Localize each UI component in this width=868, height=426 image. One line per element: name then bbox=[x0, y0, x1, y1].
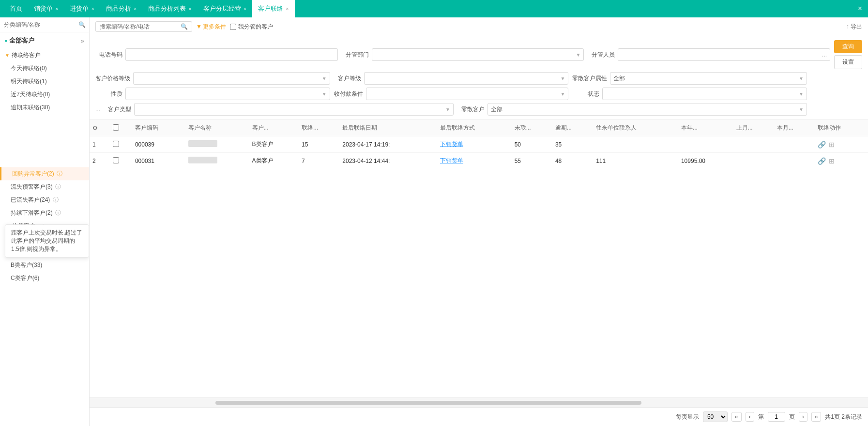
row2-last-method: 下销货单 bbox=[437, 153, 512, 169]
more-filters-dots[interactable]: ... bbox=[95, 106, 100, 113]
first-page-button[interactable]: « bbox=[731, 412, 742, 422]
settings-icon[interactable]: ⚙ bbox=[92, 125, 98, 132]
sidebar-item-today-pending[interactable]: 今天待联络(0) bbox=[0, 62, 89, 75]
customer-grade-arrow: ▼ bbox=[560, 76, 565, 81]
price-grade-arrow: ▼ bbox=[322, 76, 327, 81]
row1-link-icon[interactable]: 🔗 bbox=[818, 141, 826, 148]
tooltip-abnormal: 距客户上次交易时长,超过了此客户的平均交易周期的1.5倍,则视为异常。 bbox=[5, 224, 89, 258]
customer-grade-select[interactable]: ▼ bbox=[364, 72, 569, 85]
sidebar-item-lost-predicted[interactable]: 流失预警客户(3) ⓘ bbox=[0, 180, 89, 193]
retail-customer-select[interactable]: 全部 ▼ bbox=[487, 103, 807, 116]
sidebar-item-already-lost[interactable]: 已流失客户(24) ⓘ bbox=[0, 193, 89, 206]
table-row: 1 000039 B类客户 15 2023-04-17 14:19: 下销货单 … bbox=[90, 136, 868, 153]
page-number-input[interactable] bbox=[768, 412, 785, 422]
customer-type-select[interactable]: ▼ bbox=[134, 103, 454, 116]
retail-customer-arrow: ▼ bbox=[799, 107, 804, 112]
retail-attr-select[interactable]: 全部 ▼ bbox=[610, 72, 807, 85]
close-product-analysis-list-icon[interactable]: × bbox=[188, 6, 191, 12]
row1-last-month bbox=[733, 136, 774, 153]
close-sales-order-icon[interactable]: × bbox=[55, 6, 58, 12]
price-grade-select[interactable]: ▼ bbox=[133, 72, 330, 85]
sidebar-item-c-class[interactable]: C类客户(6) bbox=[0, 272, 89, 285]
col-last-contact-method: 最后联络方式 bbox=[437, 120, 512, 136]
row1-select-checkbox[interactable] bbox=[113, 141, 119, 147]
person-select-dots[interactable]: ... bbox=[822, 51, 827, 58]
settings-button[interactable]: 设置 bbox=[834, 55, 862, 69]
row1-checkbox bbox=[110, 136, 132, 153]
nav-customer-contact[interactable]: 客户联络 × bbox=[252, 0, 294, 17]
sidebar-item-tomorrow-pending[interactable]: 明天待联络(1) bbox=[0, 75, 89, 88]
sidebar-item-overdue[interactable]: 逾期未联络(30) bbox=[0, 101, 89, 114]
dept-select[interactable]: ▼ bbox=[372, 48, 584, 61]
row2-assoc-contact: 111 bbox=[593, 153, 678, 169]
row2-this-year: 10995.00 bbox=[678, 153, 733, 169]
sidebar-group-pending[interactable]: ▼ 待联络客户 bbox=[0, 49, 89, 62]
sidebar-item-7day-pending[interactable]: 近7天待联络(0) bbox=[0, 88, 89, 101]
more-conditions-button[interactable]: ▼ 更多条件 bbox=[196, 23, 226, 31]
sidebar-all-customers[interactable]: ▪ 全部客户 » bbox=[0, 32, 89, 49]
select-all-checkbox[interactable] bbox=[113, 124, 119, 131]
nav-customer-tier[interactable]: 客户分层经营 × bbox=[198, 0, 252, 17]
nav-product-analysis-list[interactable]: 商品分析列表 × bbox=[142, 0, 197, 17]
sidebar-item-abnormal-repurchase[interactable]: 回购异常客户(2) ⓘ bbox=[0, 167, 89, 180]
search-input-wrap: 🔍 bbox=[95, 21, 192, 32]
pagination-bar: 每页显示 20 50 100 « ‹ 第 页 › » 共1页 2条记录 bbox=[90, 407, 868, 426]
sidebar-search-icon[interactable]: 🔍 bbox=[78, 21, 86, 28]
col-settings[interactable]: ⚙ bbox=[90, 120, 110, 136]
col-checkbox bbox=[110, 120, 132, 136]
row2-name bbox=[185, 153, 249, 169]
status-select[interactable]: ▼ bbox=[602, 88, 807, 100]
close-product-analysis-icon[interactable]: × bbox=[134, 6, 137, 12]
my-customer-checkbox-area[interactable]: 我分管的客户 bbox=[230, 23, 273, 31]
nav-purchase-order[interactable]: 进货单 × bbox=[64, 0, 100, 17]
nav-sales-order[interactable]: 销货单 × bbox=[28, 0, 64, 17]
retail-customer-label: 零散客户 bbox=[457, 105, 485, 114]
close-customer-tier-icon[interactable]: × bbox=[244, 6, 246, 12]
nav-product-analysis[interactable]: 商品分析 × bbox=[100, 0, 142, 17]
nav-home[interactable]: 首页 bbox=[4, 0, 28, 17]
main-search-input[interactable] bbox=[100, 23, 181, 30]
row1-contact: 15 bbox=[299, 136, 339, 153]
sidebar-collapse-icon[interactable]: » bbox=[81, 37, 84, 44]
row2-select-checkbox[interactable] bbox=[113, 157, 119, 163]
next-page-button[interactable]: › bbox=[799, 412, 807, 422]
close-customer-contact-icon[interactable]: × bbox=[286, 6, 289, 12]
row2-index: 2 bbox=[90, 153, 110, 169]
scroll-thumb bbox=[215, 401, 641, 405]
sidebar-item-continuous-down[interactable]: 持续下滑客户(2) ⓘ bbox=[0, 206, 89, 220]
gender-select[interactable]: ▼ bbox=[125, 88, 330, 100]
customer-grade-label: 客户等级 bbox=[334, 74, 361, 83]
export-button[interactable]: ↑ 导出 bbox=[846, 23, 862, 31]
person-select[interactable]: ... bbox=[618, 48, 830, 61]
col-this-month: 本月... bbox=[774, 120, 815, 136]
payment-label: 收付款条件 bbox=[334, 90, 363, 98]
query-button[interactable]: 查询 bbox=[834, 40, 862, 53]
col-actions: 联络动作 bbox=[815, 120, 868, 136]
main-search-icon[interactable]: 🔍 bbox=[181, 23, 188, 30]
dept-label: 分管部门 bbox=[342, 51, 369, 59]
last-page-button[interactable]: » bbox=[811, 412, 822, 422]
my-customer-checkbox[interactable] bbox=[230, 24, 236, 30]
sidebar-item-b-class[interactable]: B类客户(33) bbox=[0, 259, 89, 272]
row2-grid-icon[interactable]: ⊞ bbox=[829, 157, 835, 165]
row1-grid-icon[interactable]: ⊞ bbox=[829, 141, 835, 148]
row1-code: 000039 bbox=[132, 136, 185, 153]
payment-select[interactable]: ▼ bbox=[366, 88, 569, 100]
table-row: 2 000031 A类客户 7 2023-04-12 14:44: 下销货单 5… bbox=[90, 153, 868, 169]
row2-code: 000031 bbox=[132, 153, 185, 169]
horizontal-scrollbar[interactable] bbox=[90, 397, 868, 407]
customer-type-arrow: ▼ bbox=[445, 107, 450, 112]
row1-assoc-contact bbox=[593, 136, 678, 153]
phone-input[interactable] bbox=[125, 48, 338, 61]
total-info: 共1页 2条记录 bbox=[825, 413, 862, 421]
row2-link-icon[interactable]: 🔗 bbox=[818, 157, 826, 165]
row2-last-method-link[interactable]: 下销货单 bbox=[440, 157, 463, 164]
prev-page-button[interactable]: ‹ bbox=[746, 412, 754, 422]
per-page-select[interactable]: 20 50 100 bbox=[703, 411, 728, 422]
row1-last-method-link[interactable]: 下销货单 bbox=[440, 141, 463, 147]
row1-index: 1 bbox=[90, 136, 110, 153]
close-all-tabs-button[interactable]: × bbox=[858, 4, 862, 13]
col-overdue: 逾期... bbox=[552, 120, 593, 136]
close-purchase-order-icon[interactable]: × bbox=[91, 6, 94, 12]
sidebar-search-input[interactable] bbox=[4, 21, 76, 28]
